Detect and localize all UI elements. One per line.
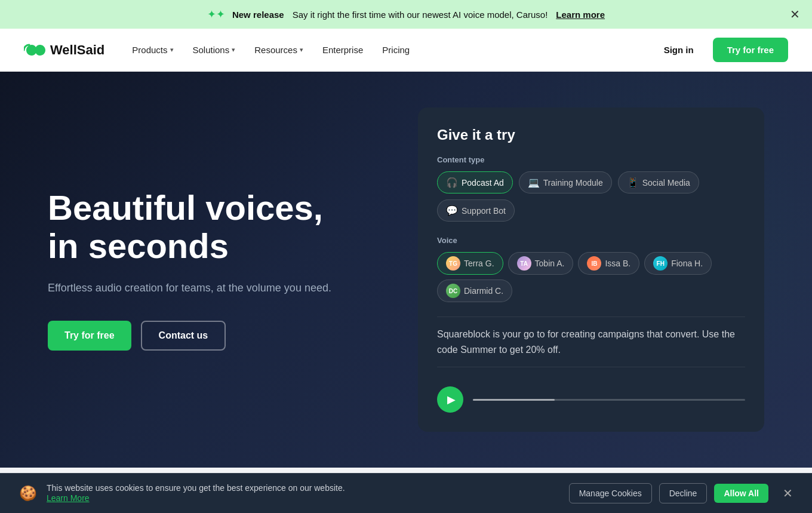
hero-left: Beautiful voices, in seconds Effortless … (48, 189, 358, 350)
cookie-close-button[interactable]: ✕ (783, 486, 793, 500)
try-widget: Give it a try Content type 🎧 Podcast Ad … (418, 107, 764, 432)
nav-right: Sign in Try for free (654, 38, 788, 62)
voice-tobin-label: Tobin A. (535, 259, 565, 268)
resources-chevron-icon: ▾ (300, 46, 303, 54)
voice-fiona[interactable]: FH Fiona H. (644, 252, 712, 275)
pill-support[interactable]: 💬 Support Bot (437, 199, 515, 222)
cookie-buttons: Manage Cookies Decline Allow All (569, 483, 768, 503)
hero-section: Beautiful voices, in seconds Effortless … (0, 72, 812, 468)
content-type-label: Content type (437, 155, 745, 164)
voice-terra-label: Terra G. (464, 259, 494, 268)
announcement-text: Say it right the first time with our new… (293, 10, 548, 20)
hero-title: Beautiful voices, in seconds (48, 189, 358, 265)
voice-issa-label: Issa B. (605, 259, 630, 268)
cookie-learn-more-link[interactable]: Learn More (47, 493, 90, 503)
nav-solutions[interactable]: Solutions ▾ (184, 40, 244, 60)
play-icon: ▶ (447, 393, 456, 406)
new-release-badge: New release (232, 10, 284, 20)
nav-enterprise[interactable]: Enterprise (314, 40, 371, 60)
pill-podcast[interactable]: 🎧 Podcast Ad (437, 171, 513, 193)
logo-text: WellSaid (50, 42, 104, 58)
avatar-diarmid: DC (446, 284, 460, 298)
pill-social[interactable]: 📱 Social Media (618, 171, 699, 193)
logo[interactable]: WellSaid (24, 42, 104, 58)
avatar-tobin: TA (517, 256, 531, 271)
cookie-banner: 🍪 This website uses cookies to ensure yo… (0, 473, 812, 503)
pill-training-label: Training Module (543, 178, 603, 188)
allow-all-button[interactable]: Allow All (714, 484, 768, 503)
social-icon: 📱 (627, 177, 639, 188)
decline-button[interactable]: Decline (659, 483, 708, 503)
training-icon: 💻 (528, 177, 540, 188)
sample-text: Squareblock is your go to for creating c… (437, 317, 745, 367)
voice-tobin[interactable]: TA Tobin A. (508, 252, 574, 275)
cookie-icon: 🍪 (19, 485, 37, 502)
audio-player: ▶ (437, 386, 745, 413)
voice-pills: TG Terra G. TA Tobin A. IB Issa B. FH Fi… (437, 252, 745, 302)
progress-bar-fill (473, 399, 555, 401)
avatar-issa: IB (587, 256, 601, 271)
products-chevron-icon: ▾ (170, 46, 174, 54)
avatar-terra: TG (446, 256, 460, 271)
voice-fiona-label: Fiona H. (671, 259, 703, 268)
nav-products[interactable]: Products ▾ (124, 40, 182, 60)
logo-icon (24, 43, 45, 57)
voice-diarmid-label: Diarmid C. (464, 286, 503, 296)
voice-terra[interactable]: TG Terra G. (437, 252, 503, 275)
content-type-pills: 🎧 Podcast Ad 💻 Training Module 📱 Social … (437, 171, 745, 222)
pill-support-label: Support Bot (462, 206, 506, 216)
hero-buttons: Try for free Contact us (48, 321, 358, 351)
cookie-text-area: This website uses cookies to ensure you … (47, 483, 559, 503)
support-icon: 💬 (446, 205, 458, 216)
pill-social-label: Social Media (642, 178, 690, 188)
progress-bar-track[interactable] (473, 399, 745, 401)
manage-cookies-button[interactable]: Manage Cookies (569, 483, 652, 503)
announcement-bar: ✦✦ New release Say it right the first ti… (0, 0, 812, 29)
hero-try-free-button[interactable]: Try for free (48, 321, 131, 351)
sign-in-button[interactable]: Sign in (654, 40, 703, 60)
hero-subtitle: Effortless audio creation for teams, at … (48, 279, 358, 297)
podcast-icon: 🎧 (446, 177, 458, 188)
announcement-learn-more[interactable]: Learn more (556, 10, 605, 20)
sparkle-icon: ✦✦ (207, 8, 225, 21)
widget-title: Give it a try (437, 127, 745, 143)
nav-items: Products ▾ Solutions ▾ Resources ▾ Enter… (124, 40, 654, 60)
navbar: WellSaid Products ▾ Solutions ▾ Resource… (0, 29, 812, 72)
voice-label: Voice (437, 236, 745, 245)
solutions-chevron-icon: ▾ (232, 46, 235, 54)
cookie-message: This website uses cookies to ensure you … (47, 483, 559, 493)
pill-podcast-label: Podcast Ad (462, 178, 504, 188)
announcement-close-button[interactable]: ✕ (790, 7, 800, 21)
avatar-fiona: FH (653, 256, 668, 271)
nav-try-free-button[interactable]: Try for free (713, 38, 788, 62)
voice-issa[interactable]: IB Issa B. (578, 252, 639, 275)
nav-resources[interactable]: Resources ▾ (246, 40, 312, 60)
voice-diarmid[interactable]: DC Diarmid C. (437, 279, 512, 302)
nav-pricing[interactable]: Pricing (374, 40, 418, 60)
hero-contact-button[interactable]: Contact us (141, 321, 226, 351)
play-button[interactable]: ▶ (437, 386, 463, 413)
pill-training[interactable]: 💻 Training Module (519, 171, 612, 193)
